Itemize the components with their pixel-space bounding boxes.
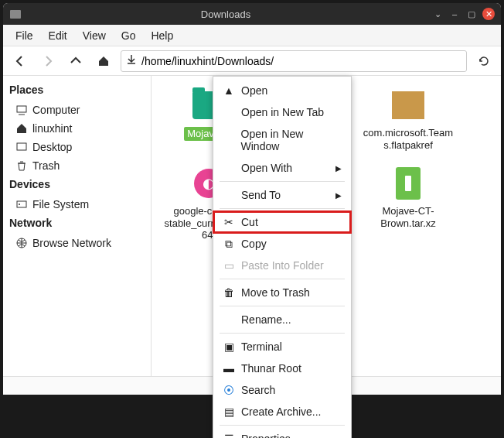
sidebar-places-header: Places	[9, 84, 145, 96]
chevron-right-icon: ▶	[335, 191, 342, 200]
copy-icon: ⧉	[223, 238, 235, 250]
toolbar: /home/linuxhint/Downloads/	[3, 46, 501, 76]
properties-icon: ☰	[223, 433, 235, 438]
chevron-right-icon: ▶	[335, 164, 342, 173]
ctx-send-to[interactable]: Send To▶	[213, 184, 351, 206]
ctx-search[interactable]: ⦿Search	[213, 379, 351, 401]
ctx-paste: ▭Paste Into Folder	[213, 255, 351, 276]
menu-go[interactable]: Go	[114, 26, 144, 45]
paste-icon: ▭	[223, 259, 235, 272]
reload-button[interactable]	[473, 50, 495, 72]
ctx-label: Create Archive...	[241, 405, 322, 418]
ctx-open-window[interactable]: Open in New Window	[213, 123, 351, 157]
menu-view[interactable]: View	[75, 26, 114, 45]
ctx-open[interactable]: ▲Open	[213, 80, 351, 101]
app-icon	[9, 8, 22, 20]
svg-rect-4	[17, 201, 26, 207]
file-item[interactable]: Mojave-CT-Brown.tar.xz	[359, 162, 458, 245]
sidebar-label: File System	[32, 198, 89, 210]
file-item[interactable]: com.microsoft.Teams.flatpakref	[359, 84, 458, 154]
archive-icon	[390, 165, 427, 202]
svg-rect-0	[10, 10, 21, 19]
ctx-label: Thunar Root	[241, 362, 301, 375]
menu-help[interactable]: Help	[143, 26, 181, 45]
terminal-icon: ▣	[223, 340, 235, 353]
menu-file[interactable]: File	[8, 26, 41, 45]
ctx-label: Search	[241, 384, 275, 396]
package-icon	[390, 87, 427, 124]
maximize-button[interactable]: ▢	[465, 8, 478, 20]
file-label: Mojave-CT-Brown.tar.xz	[362, 205, 455, 229]
search-icon: ⦿	[223, 384, 235, 396]
sidebar-label: linuxhint	[32, 122, 72, 135]
ctx-terminal[interactable]: ▣Terminal	[213, 336, 351, 358]
ctx-open-tab[interactable]: Open in New Tab	[213, 101, 351, 123]
ctx-label: Send To	[241, 189, 281, 201]
separator	[220, 208, 345, 209]
menu-edit[interactable]: Edit	[41, 26, 75, 45]
trash-icon: 🗑	[223, 286, 235, 299]
separator	[220, 333, 345, 334]
ctx-cut[interactable]: ✂Cut	[213, 211, 351, 233]
ctx-label: Open in New Window	[241, 128, 342, 152]
titlebar: Downloads ⌄ – ▢ ✕	[3, 3, 501, 25]
ctx-label: Move to Trash	[241, 286, 310, 299]
svg-rect-3	[17, 143, 26, 150]
ctx-trash[interactable]: 🗑Move to Trash	[213, 282, 351, 303]
sidebar-item-browse-network[interactable]: Browse Network	[9, 234, 145, 252]
sidebar-label: Computer	[32, 104, 80, 116]
sidebar-item-trash[interactable]: Trash	[9, 156, 145, 175]
sidebar-item-home[interactable]: linuxhint	[9, 119, 145, 138]
ctx-properties[interactable]: ☰Properties...	[213, 428, 351, 438]
sidebar-devices-header: Devices	[9, 178, 145, 190]
window-title: Downloads	[25, 9, 427, 20]
download-icon	[126, 54, 137, 67]
sidebar-item-filesystem[interactable]: File System	[9, 195, 145, 214]
context-menu: ▲Open Open in New Tab Open in New Window…	[213, 76, 352, 438]
back-button[interactable]	[9, 50, 31, 72]
ctx-copy[interactable]: ⧉Copy	[213, 233, 351, 255]
ctx-archive[interactable]: ▤Create Archive...	[213, 401, 351, 423]
ctx-rename[interactable]: Rename...	[213, 309, 351, 330]
sidebar-label: Browse Network	[32, 237, 111, 249]
folder-icon: ▬	[223, 362, 235, 375]
svg-rect-1	[17, 106, 26, 112]
separator	[220, 279, 345, 279]
ctx-thunar-root[interactable]: ▬Thunar Root	[213, 358, 351, 379]
archive-icon: ▤	[223, 405, 235, 418]
home-button[interactable]	[93, 50, 114, 72]
separator	[220, 181, 345, 182]
ctx-open-with[interactable]: Open With▶	[213, 157, 351, 179]
path-text: /home/linuxhint/Downloads/	[141, 55, 274, 67]
path-bar[interactable]: /home/linuxhint/Downloads/	[121, 50, 467, 72]
ctx-label: Paste Into Folder	[241, 259, 324, 272]
menubar: File Edit View Go Help	[3, 25, 501, 46]
sidebar: Places Computer linuxhint Desktop Trash …	[3, 76, 152, 376]
sidebar-network-header: Network	[9, 217, 145, 229]
sidebar-label: Trash	[32, 159, 60, 172]
separator	[220, 306, 345, 306]
svg-point-5	[19, 204, 20, 205]
sidebar-item-desktop[interactable]: Desktop	[9, 138, 145, 156]
sidebar-item-computer[interactable]: Computer	[9, 101, 145, 119]
open-icon: ▲	[223, 84, 235, 97]
minimize-button[interactable]: –	[448, 8, 461, 20]
separator	[220, 425, 345, 426]
forward-button[interactable]	[37, 50, 59, 72]
ctx-label: Open With	[241, 162, 292, 174]
ctx-label: Rename...	[241, 313, 291, 326]
ctx-label: Open in New Tab	[241, 106, 324, 118]
menu-icon[interactable]: ⌄	[431, 8, 444, 20]
ctx-label: Terminal	[241, 340, 282, 353]
sidebar-label: Desktop	[32, 141, 72, 153]
ctx-label: Cut	[241, 216, 258, 228]
up-button[interactable]	[65, 50, 87, 72]
ctx-label: Properties...	[241, 433, 299, 438]
file-label: com.microsoft.Teams.flatpakref	[362, 127, 455, 151]
ctx-label: Copy	[241, 238, 267, 250]
cut-icon: ✂	[223, 216, 235, 228]
close-button[interactable]: ✕	[482, 8, 495, 20]
ctx-label: Open	[241, 84, 267, 97]
